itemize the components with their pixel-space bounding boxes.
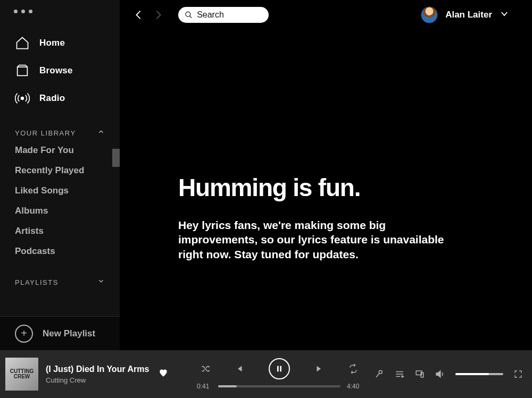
main-nav: Home Browse Radio: [0, 29, 120, 112]
nav-radio[interactable]: Radio: [15, 84, 105, 112]
volume-bar[interactable]: [455, 373, 503, 375]
next-button[interactable]: [314, 364, 324, 374]
browse-icon: [15, 63, 30, 78]
progress-fill: [218, 385, 237, 387]
shuffle-button[interactable]: [201, 364, 210, 374]
sidebar: Home Browse Radio YOUR LIBRARY Made For …: [0, 0, 120, 350]
main-content: Alan Laiter Humming is fun. Hey lyrics f…: [120, 0, 532, 350]
library-collapse[interactable]: [97, 128, 105, 138]
lib-liked-songs[interactable]: Liked Songs: [15, 181, 105, 201]
playlists-collapse[interactable]: [97, 277, 105, 287]
new-playlist-label: New Playlist: [43, 328, 95, 339]
search-icon: [185, 10, 193, 20]
fullscreen-button[interactable]: [514, 370, 522, 378]
volume-button[interactable]: [435, 369, 445, 379]
user-menu[interactable]: Alan Laiter: [421, 6, 509, 23]
svg-rect-0: [18, 67, 28, 75]
user-menu-toggle[interactable]: [500, 9, 509, 21]
chevron-up-icon: [97, 128, 105, 136]
chevron-down-icon: [500, 9, 509, 19]
search-box[interactable]: [178, 7, 269, 23]
back-button[interactable]: [129, 5, 148, 24]
lib-albums[interactable]: Albums: [15, 201, 105, 221]
next-icon: [314, 364, 324, 374]
nav-home[interactable]: Home: [15, 29, 105, 57]
lib-artists[interactable]: Artists: [15, 221, 105, 241]
album-cover[interactable]: CUTTING CREW: [5, 358, 38, 391]
heart-icon: [159, 368, 168, 378]
lib-recently-played[interactable]: Recently Played: [15, 160, 105, 181]
new-playlist-button[interactable]: + New Playlist: [0, 316, 120, 350]
previous-button[interactable]: [235, 364, 244, 374]
svg-point-6: [379, 370, 382, 374]
nav-browse-label: Browse: [39, 65, 73, 76]
username: Alan Laiter: [445, 10, 492, 20]
avatar: [421, 6, 438, 23]
progress-bar[interactable]: [218, 385, 340, 387]
volume-fill: [455, 373, 489, 375]
radio-icon: [15, 91, 30, 106]
nav-radio-label: Radio: [39, 93, 65, 104]
track-artist[interactable]: Cutting Crew: [46, 376, 149, 384]
nav-browse[interactable]: Browse: [15, 57, 105, 84]
lyrics-button[interactable]: [375, 369, 384, 379]
devices-button[interactable]: [415, 369, 425, 379]
library-list: Made For You Recently Played Liked Songs…: [0, 138, 120, 261]
chevron-left-icon: [133, 9, 145, 21]
like-button[interactable]: [159, 368, 168, 380]
volume-icon: [435, 369, 445, 379]
player-bar: CUTTING CREW (I Just) Died In Your Arms …: [0, 350, 532, 398]
svg-point-1: [21, 97, 24, 100]
svg-point-3: [186, 12, 190, 16]
playlists-header: PLAYLISTS: [15, 278, 59, 286]
lib-podcasts[interactable]: Podcasts: [15, 241, 105, 261]
ellipsis-icon: [14, 10, 106, 13]
content-body: Hey lyrics fans, we're making some big i…: [178, 218, 455, 261]
play-pause-button[interactable]: [269, 358, 290, 379]
queue-button[interactable]: [395, 369, 404, 379]
repeat-button[interactable]: [348, 364, 358, 374]
queue-icon: [395, 369, 404, 379]
home-icon: [15, 36, 30, 50]
sidebar-scrollbar[interactable]: [112, 149, 120, 167]
forward-button[interactable]: [148, 5, 168, 24]
devices-icon: [415, 369, 425, 379]
microphone-icon: [375, 369, 384, 379]
sidebar-menu[interactable]: [0, 0, 120, 29]
search-input[interactable]: [197, 10, 262, 20]
nav-home-label: Home: [39, 38, 65, 48]
chevron-right-icon: [152, 9, 164, 21]
svg-rect-4: [277, 366, 279, 372]
svg-rect-5: [280, 366, 281, 372]
pause-icon: [275, 365, 284, 373]
plus-icon: +: [15, 325, 33, 343]
now-playing: CUTTING CREW (I Just) Died In Your Arms …: [0, 358, 186, 391]
duration-time: 4:40: [347, 383, 362, 390]
topbar: Alan Laiter: [120, 0, 532, 30]
secondary-controls: [372, 369, 532, 379]
elapsed-time: 0:41: [197, 383, 212, 390]
track-title[interactable]: (I Just) Died In Your Arms: [46, 365, 149, 374]
playback-controls: 0:41 4:40: [186, 358, 372, 390]
previous-icon: [235, 364, 244, 374]
chevron-down-icon: [97, 277, 105, 285]
library-header: YOUR LIBRARY: [15, 129, 76, 137]
repeat-icon: [348, 364, 358, 374]
fullscreen-icon: [514, 370, 522, 378]
content-heading: Humming is fun.: [178, 173, 524, 202]
lib-made-for-you[interactable]: Made For You: [15, 140, 105, 160]
shuffle-icon: [201, 364, 210, 374]
